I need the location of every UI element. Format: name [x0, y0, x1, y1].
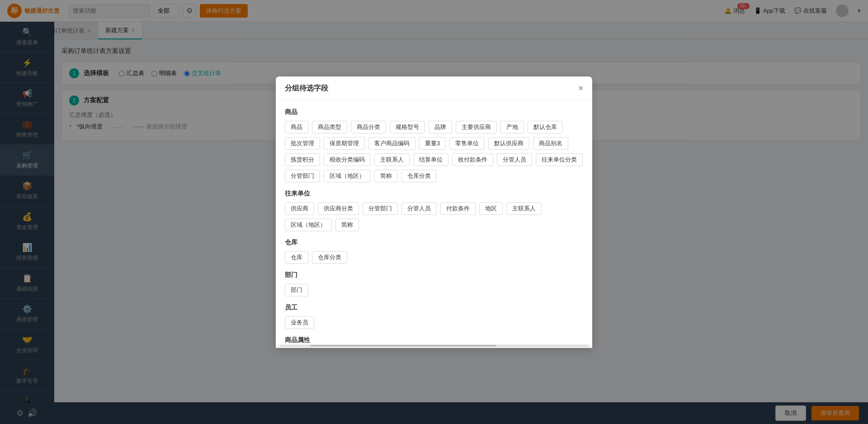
- field-chip[interactable]: 重量3: [419, 137, 446, 150]
- field-chip[interactable]: 仓库: [285, 251, 308, 264]
- modal-close-btn[interactable]: ×: [578, 84, 583, 93]
- field-chip[interactable]: 结算单位: [413, 153, 448, 166]
- field-chips: 商品商品类型商品分类规格型号品牌主要供应商产地默认仓库批次管理保质期管理客户商品…: [285, 121, 583, 182]
- field-chip[interactable]: 税收分类编码: [324, 153, 371, 166]
- field-chips: 部门: [285, 284, 583, 296]
- field-group-仓库: 仓库仓库仓库分类: [285, 238, 583, 264]
- field-chip[interactable]: 分管人员: [401, 202, 437, 215]
- field-group-商品: 商品商品商品类型商品分类规格型号品牌主要供应商产地默认仓库批次管理保质期管理客户…: [285, 108, 583, 182]
- field-chip[interactable]: 商品分类: [351, 121, 386, 133]
- field-chip[interactable]: 往来单位分类: [536, 153, 583, 166]
- field-chip[interactable]: 仓库分类: [312, 251, 347, 264]
- field-chip[interactable]: 主要供应商: [456, 121, 497, 133]
- field-chips: 供应商供应商分类分管部门分管人员付款条件地区主联系人区域（地区）简称: [285, 202, 583, 231]
- field-chip[interactable]: 保质期管理: [324, 137, 365, 150]
- field-chip[interactable]: 收付款条件: [452, 153, 493, 166]
- field-chip[interactable]: 地区: [479, 202, 503, 215]
- field-group-title: 商品: [285, 108, 583, 116]
- field-chip[interactable]: 简称: [374, 170, 398, 182]
- field-chip[interactable]: 简称: [335, 219, 359, 231]
- field-chip[interactable]: 产地: [500, 121, 524, 133]
- field-group-title: 仓库: [285, 238, 583, 247]
- field-chip[interactable]: 品牌: [429, 121, 452, 133]
- modal-overlay: 分组待选字段 × 商品商品商品类型商品分类规格型号品牌主要供应商产地默认仓库批次…: [0, 0, 868, 424]
- field-chip[interactable]: 仓库分类: [401, 170, 437, 182]
- field-chip[interactable]: 分管部门: [285, 170, 320, 182]
- modal-body: 商品商品商品类型商品分类规格型号品牌主要供应商产地默认仓库批次管理保质期管理客户…: [276, 101, 592, 345]
- field-chip[interactable]: 客户商品编码: [368, 137, 415, 150]
- modal-title: 分组待选字段: [285, 84, 328, 93]
- field-group-title: 商品属性: [285, 336, 583, 344]
- field-chips: 仓库仓库分类: [285, 251, 583, 264]
- modal-header: 分组待选字段 ×: [276, 76, 592, 101]
- field-chip[interactable]: 区域（地区）: [285, 219, 332, 231]
- field-chip[interactable]: 默认供应商: [488, 137, 529, 150]
- field-chip[interactable]: 批次管理: [285, 137, 320, 150]
- field-chip[interactable]: 分管人员: [497, 153, 532, 166]
- field-chip[interactable]: 区域（地区）: [324, 170, 371, 182]
- field-chip[interactable]: 商品别名: [533, 137, 568, 150]
- field-chip[interactable]: 商品: [285, 121, 308, 133]
- field-chips: 业务员: [285, 316, 583, 329]
- field-chip[interactable]: 商品类型: [312, 121, 347, 133]
- field-chip[interactable]: 部门: [285, 284, 308, 296]
- field-chip[interactable]: 零售单位: [449, 137, 485, 150]
- field-group-部门: 部门部门: [285, 271, 583, 296]
- field-chip[interactable]: 主联系人: [506, 202, 542, 215]
- field-chip[interactable]: 付款条件: [440, 202, 476, 215]
- field-chip[interactable]: 拣货积分: [285, 153, 320, 166]
- field-chip[interactable]: 业务员: [285, 316, 314, 329]
- field-chip[interactable]: 分管部门: [363, 202, 398, 215]
- field-chip[interactable]: 默认仓库: [528, 121, 563, 133]
- field-group-往来单位: 往来单位供应商供应商分类分管部门分管人员付款条件地区主联系人区域（地区）简称: [285, 190, 583, 231]
- field-group-title: 部门: [285, 271, 583, 279]
- field-group-title: 员工: [285, 304, 583, 312]
- field-select-modal: 分组待选字段 × 商品商品商品类型商品分类规格型号品牌主要供应商产地默认仓库批次…: [276, 76, 592, 348]
- field-chip[interactable]: 供应商: [285, 202, 314, 215]
- field-chip[interactable]: 主联系人: [374, 153, 410, 166]
- field-chip[interactable]: 供应商分类: [318, 202, 359, 215]
- field-group-商品属性: 商品属性属性颜色多规格尺码鞋码1: [285, 336, 583, 345]
- field-group-员工: 员工业务员: [285, 304, 583, 329]
- field-chip[interactable]: 规格型号: [390, 121, 425, 133]
- field-group-title: 往来单位: [285, 190, 583, 198]
